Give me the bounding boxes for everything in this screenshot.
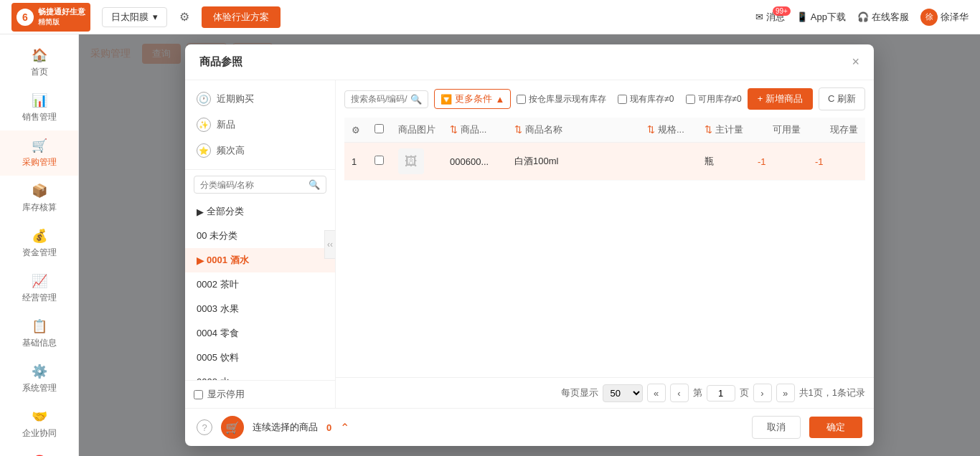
category-0005[interactable]: 0005 饮料: [185, 346, 335, 370]
modal-bottom-bar: ? 🛒 连续选择的商品 0 ⌃ 取消 确定: [185, 408, 874, 446]
check-usable-text: 可用库存≠0: [698, 93, 742, 105]
row-checkbox[interactable]: [374, 156, 384, 165]
category-0003[interactable]: 0003 水果: [185, 297, 335, 321]
th-unit[interactable]: ⇅ 主计量: [697, 118, 750, 143]
category-0002[interactable]: 0002 茶叶: [185, 272, 335, 297]
recent-purchase-icon: 🕐: [197, 92, 211, 106]
refresh-button[interactable]: C 刷新: [819, 87, 865, 110]
product-search-icon[interactable]: 🔍: [410, 94, 422, 105]
table-row[interactable]: 1 🖼 000600... 白酒100ml 瓶: [344, 143, 865, 181]
category-0008[interactable]: 0008 水: [185, 370, 335, 380]
th-name[interactable]: ⇅ 商品名称: [507, 118, 640, 143]
check-warehouse-label[interactable]: 按仓库显示现有库存: [517, 93, 606, 105]
tab-high-frequency[interactable]: ⭐ 频次高: [185, 138, 335, 163]
th-spec[interactable]: ⇅ 规格...: [640, 118, 697, 143]
username-label: 徐泽华: [941, 11, 969, 24]
th-available[interactable]: 可用量: [750, 118, 808, 143]
category-search-box: 🔍: [194, 176, 326, 194]
sidebar-label-operations: 经营管理: [22, 292, 57, 304]
show-disabled-checkbox[interactable]: [194, 390, 203, 399]
sidebar-item-operations[interactable]: 📈 经营管理: [0, 266, 78, 311]
th-code[interactable]: ⇅ 商品...: [443, 118, 507, 143]
category-all[interactable]: ▶ 全部分类: [185, 199, 335, 224]
name-sort-icon: ⇅: [514, 124, 522, 135]
category-search-icon[interactable]: 🔍: [308, 179, 320, 190]
sidebar-item-home[interactable]: 🏠 首页: [0, 40, 78, 85]
user-menu[interactable]: 徐 徐泽华: [920, 9, 969, 26]
check-usable-label[interactable]: 可用库存≠0: [686, 93, 742, 105]
check-warehouse-input[interactable]: [517, 95, 526, 104]
last-page-button[interactable]: »: [776, 384, 795, 402]
customer-service-label: 在线客服: [872, 11, 909, 24]
first-page-button[interactable]: «: [647, 384, 666, 402]
collapse-selection-button[interactable]: ⌃: [340, 421, 349, 434]
add-product-button[interactable]: + 新增商品: [748, 88, 813, 110]
quick-tabs: 🕐 近期购买 ✨ 新品 ⭐ 频次高: [185, 80, 335, 170]
sidebar-item-enterprise[interactable]: 🤝 企业协同: [0, 402, 78, 447]
select-all-checkbox[interactable]: [374, 124, 384, 133]
per-page-select[interactable]: 20 50 100: [603, 384, 643, 402]
message-icon: ✉: [755, 11, 763, 22]
messages-button[interactable]: ✉ 消息 99+: [755, 11, 785, 24]
product-table: ⚙ 商品图片 ⇅ 商品...: [344, 118, 865, 181]
th-image[interactable]: 商品图片: [391, 118, 443, 143]
category-0004[interactable]: 0004 零食: [185, 321, 335, 346]
table-header: ⚙ 商品图片 ⇅ 商品...: [344, 118, 865, 143]
category-0003-label: 0003 水果: [197, 303, 239, 315]
page-input[interactable]: [707, 385, 735, 402]
recent-purchase-label: 近期购买: [217, 92, 254, 105]
confirm-button[interactable]: 确定: [809, 417, 862, 438]
help-button[interactable]: ?: [197, 419, 212, 435]
category-0005-label: 0005 饮料: [197, 351, 239, 364]
check-available-text: 现有库存≠0: [630, 93, 674, 105]
th-settings[interactable]: ⚙: [344, 118, 367, 143]
category-list: ▶ 全部分类 00 未分类 ▶ 0001 酒水 0002 茶: [185, 199, 335, 380]
settings-icon[interactable]: ⚙: [173, 6, 196, 29]
sidebar-item-inventory[interactable]: 📦 库存核算: [0, 176, 78, 221]
product-search-wrap: 🔍: [344, 90, 428, 108]
messages-badge: 99+: [773, 6, 791, 16]
collapse-left-panel-button[interactable]: ‹‹: [324, 230, 336, 259]
sidebar-item-system[interactable]: ⚙️ 系统管理: [0, 356, 78, 402]
sidebar-label-basic-info: 基础信息: [22, 337, 57, 349]
navbar: 6 畅捷通好生意 精简版 日太阳膜 ▾ ⚙ 体验行业方案 ✉ 消息 99+ 📱 …: [0, 0, 980, 34]
product-search-input[interactable]: [351, 94, 407, 104]
app-download-button[interactable]: 📱 App下载: [796, 11, 846, 24]
more-filter-button[interactable]: 🔽 更多条件 ▲: [434, 89, 511, 109]
category-00[interactable]: 00 未分类: [185, 224, 335, 248]
next-page-button[interactable]: ›: [753, 384, 772, 402]
cancel-button[interactable]: 取消: [752, 416, 801, 439]
navbar-right: ✉ 消息 99+ 📱 App下载 🎧 在线客服 徐 徐泽华: [755, 9, 969, 26]
check-available-label[interactable]: 现有库存≠0: [618, 93, 674, 105]
row-spec-cell: [640, 143, 697, 181]
sidebar-item-sales[interactable]: 📊 销售管理: [0, 85, 78, 130]
sidebar-item-basic-info[interactable]: 📋 基础信息: [0, 311, 78, 356]
avatar-icon: 徐: [920, 9, 938, 26]
store-selector[interactable]: 日太阳膜 ▾: [102, 7, 167, 27]
prev-page-button[interactable]: ‹: [670, 384, 689, 402]
row-index: 1: [344, 143, 367, 181]
logo-icon: 6: [17, 9, 34, 26]
sidebar-item-purchase[interactable]: 🛒 采购管理: [0, 130, 78, 176]
tab-new-products[interactable]: ✨ 新品: [185, 112, 335, 138]
sidebar-item-guide[interactable]: 🎯 新手引导: [0, 447, 78, 456]
modal-overlay: 商品参照 × 🕐 近期购买 ✨: [79, 34, 980, 456]
purchase-icon: 🛒: [32, 138, 47, 153]
cart-button[interactable]: 🛒: [221, 416, 244, 439]
filter-label: 更多条件: [455, 92, 492, 105]
category-0001[interactable]: ▶ 0001 酒水: [185, 248, 335, 272]
category-search-input[interactable]: [200, 180, 304, 190]
sales-icon: 📊: [32, 92, 47, 108]
customer-service-button[interactable]: 🎧 在线客服: [857, 11, 909, 24]
tab-recent-purchase[interactable]: 🕐 近期购买: [185, 86, 335, 112]
cta-button[interactable]: 体验行业方案: [202, 6, 281, 28]
check-usable-input[interactable]: [686, 95, 695, 104]
th-stock[interactable]: 现存量: [808, 118, 865, 143]
row-checkbox-cell[interactable]: [367, 143, 391, 181]
modal-close-button[interactable]: ×: [852, 54, 859, 70]
th-checkbox[interactable]: [367, 118, 391, 143]
app-logo: 6 畅捷通好生意 精简版: [11, 3, 90, 32]
check-available-input[interactable]: [618, 95, 627, 104]
category-all-arrow: ▶: [197, 206, 204, 217]
sidebar-item-finance[interactable]: 💰 资金管理: [0, 221, 78, 266]
